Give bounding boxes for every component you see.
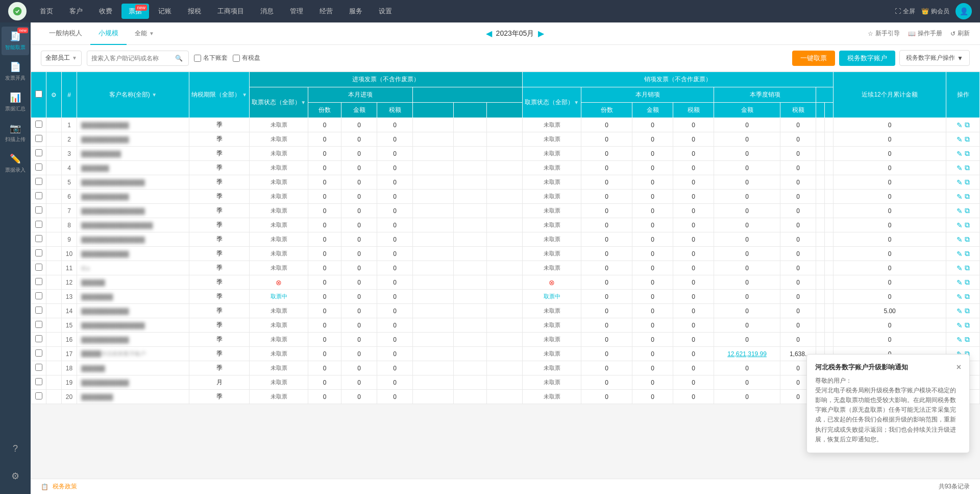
- row-checkbox-cell[interactable]: [31, 275, 46, 290]
- edit-button[interactable]: ✎: [957, 307, 963, 315]
- copy-button[interactable]: ⧉: [965, 192, 970, 201]
- row-checkbox-cell[interactable]: [31, 218, 46, 232]
- row-checkbox-cell[interactable]: [31, 175, 46, 190]
- nav-service[interactable]: 服务: [342, 4, 370, 19]
- copy-button[interactable]: ⧉: [965, 235, 970, 244]
- row-checkbox[interactable]: [35, 264, 42, 271]
- nav-settings[interactable]: 设置: [372, 4, 399, 19]
- row-checkbox-cell[interactable]: [31, 361, 46, 375]
- prev-month-button[interactable]: ◀: [486, 29, 492, 38]
- nav-tax[interactable]: 报税: [181, 4, 208, 19]
- fullscreen-button[interactable]: ⛶ 全屏: [895, 7, 915, 16]
- sidebar-settings[interactable]: ⚙: [2, 466, 29, 486]
- row-checkbox-cell[interactable]: [31, 132, 46, 147]
- row-checkbox[interactable]: [35, 392, 42, 399]
- edit-button[interactable]: ✎: [957, 236, 963, 244]
- sidebar-help[interactable]: ?: [2, 439, 29, 458]
- nav-home[interactable]: 首页: [33, 4, 60, 19]
- th-checkbox[interactable]: [31, 72, 46, 118]
- edit-button[interactable]: ✎: [957, 178, 963, 186]
- row-checkbox[interactable]: [35, 206, 42, 214]
- row-checkbox[interactable]: [35, 364, 42, 371]
- edit-button[interactable]: ✎: [957, 164, 963, 172]
- copy-button[interactable]: ⧉: [965, 264, 970, 272]
- th-name[interactable]: 客户名称(全部) ▼: [77, 72, 189, 118]
- edit-button[interactable]: ✎: [957, 193, 963, 201]
- refresh-button[interactable]: ↺ 刷新: [950, 29, 970, 38]
- employee-select[interactable]: 全部员工 ▼: [41, 51, 82, 66]
- tab-general-taxpayer[interactable]: 一般纳税人: [41, 22, 90, 45]
- name-filter-icon[interactable]: ▼: [152, 92, 157, 98]
- row-checkbox[interactable]: [35, 235, 42, 242]
- copy-button[interactable]: ⧉: [965, 135, 970, 144]
- tab-omnipotent[interactable]: 全能: [135, 29, 147, 38]
- copy-button[interactable]: ⧉: [965, 335, 970, 344]
- edit-button[interactable]: ✎: [957, 207, 963, 215]
- row-checkbox-cell[interactable]: [31, 161, 46, 175]
- copy-button[interactable]: ⧉: [965, 178, 970, 186]
- row-checkbox-cell[interactable]: [31, 390, 46, 404]
- quota-filter-icon[interactable]: ▼: [242, 92, 247, 98]
- row-checkbox[interactable]: [35, 278, 42, 285]
- row-checkbox[interactable]: [35, 292, 42, 299]
- th-out-status[interactable]: 取票状态（全部）▼: [523, 87, 581, 118]
- copy-button[interactable]: ⧉: [965, 149, 970, 158]
- notification-close-button[interactable]: ×: [957, 363, 961, 372]
- th-in-status[interactable]: 取票状态（全部）▼: [250, 87, 308, 118]
- nav-fee[interactable]: 收费: [92, 4, 119, 19]
- th-quota[interactable]: 纳税期限（全部） ▼: [189, 72, 250, 118]
- one-click-button[interactable]: 一键取票: [792, 51, 835, 66]
- row-checkbox-cell[interactable]: [31, 261, 46, 275]
- tab-small-scale[interactable]: 小规模: [90, 22, 127, 45]
- row-checkbox[interactable]: [35, 335, 42, 342]
- tax-digital-button[interactable]: 税务数字账户: [839, 51, 895, 66]
- tax-ops-button[interactable]: 税务数字账户操作 ▼: [899, 50, 970, 66]
- row-checkbox[interactable]: [35, 121, 42, 128]
- sidebar-item-summary[interactable]: 📊 票据汇总: [2, 88, 29, 116]
- edit-button[interactable]: ✎: [957, 321, 963, 330]
- edit-button[interactable]: ✎: [957, 250, 963, 258]
- guide-button[interactable]: ☆ 新手引导: [868, 29, 900, 38]
- nav-invoice[interactable]: 票据 new: [121, 4, 149, 19]
- row-checkbox[interactable]: [35, 321, 42, 328]
- row-checkbox-cell[interactable]: [31, 232, 46, 247]
- row-checkbox-cell[interactable]: [31, 147, 46, 161]
- edit-button[interactable]: ✎: [957, 121, 963, 129]
- row-checkbox[interactable]: [35, 178, 42, 185]
- search-box[interactable]: 🔍: [87, 51, 189, 66]
- row-checkbox[interactable]: [35, 349, 42, 357]
- row-checkbox-cell[interactable]: [31, 333, 46, 347]
- copy-button[interactable]: ⧉: [965, 121, 970, 129]
- row-checkbox-cell[interactable]: [31, 347, 46, 361]
- row-checkbox-cell[interactable]: [31, 375, 46, 390]
- copy-button[interactable]: ⧉: [965, 278, 970, 287]
- row-checkbox-cell[interactable]: [31, 304, 46, 318]
- copy-button[interactable]: ⧉: [965, 221, 970, 229]
- nav-accounting[interactable]: 记账: [151, 4, 179, 19]
- row-checkbox-cell[interactable]: [31, 247, 46, 261]
- nav-manage[interactable]: 管理: [283, 4, 310, 19]
- account-checkbox[interactable]: [194, 55, 201, 62]
- checkbox-taxpad[interactable]: 有税盘: [233, 54, 260, 62]
- search-input[interactable]: [91, 55, 173, 62]
- user-avatar[interactable]: 👤: [955, 3, 972, 19]
- in-status-filter[interactable]: ▼: [301, 100, 306, 105]
- taxpad-checkbox[interactable]: [233, 55, 240, 62]
- copy-button[interactable]: ⧉: [965, 321, 970, 330]
- nav-ops[interactable]: 经营: [312, 4, 340, 19]
- copy-button[interactable]: ⧉: [965, 249, 970, 258]
- row-checkbox-cell[interactable]: [31, 118, 46, 132]
- edit-button[interactable]: ✎: [957, 278, 963, 287]
- row-checkbox[interactable]: [35, 192, 42, 199]
- select-all-checkbox[interactable]: [35, 90, 42, 98]
- out-status-filter[interactable]: ▼: [574, 100, 579, 105]
- edit-button[interactable]: ✎: [957, 264, 963, 272]
- row-checkbox[interactable]: [35, 135, 42, 142]
- copy-button[interactable]: ⧉: [965, 292, 970, 301]
- next-month-button[interactable]: ▶: [538, 29, 544, 38]
- checkbox-account[interactable]: 名下账套: [194, 54, 228, 62]
- row-checkbox[interactable]: [35, 163, 42, 171]
- sidebar-item-smart-invoice[interactable]: 🧾 智能取票 new: [2, 27, 29, 55]
- edit-button[interactable]: ✎: [957, 150, 963, 158]
- copy-button[interactable]: ⧉: [965, 307, 970, 315]
